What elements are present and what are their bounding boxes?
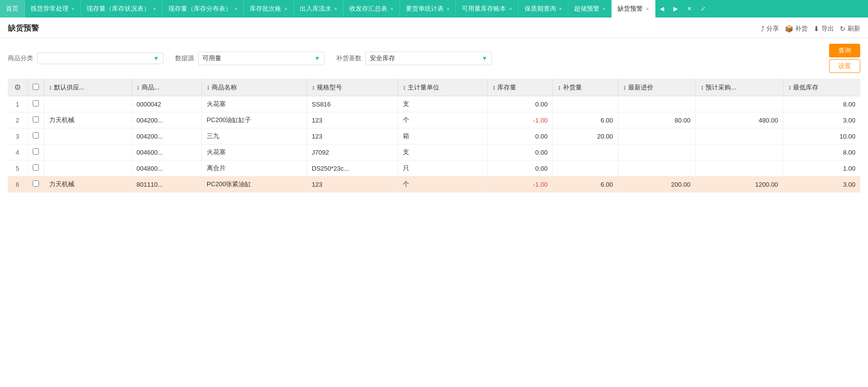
row-checkbox[interactable]	[33, 132, 39, 139]
row-supplier	[44, 128, 131, 144]
tab-prev-btn[interactable]: ◀	[655, 0, 669, 18]
col-unit[interactable]: ↕ 主计量单位	[398, 79, 487, 96]
tab-overstock-close[interactable]: ×	[602, 6, 605, 12]
row-replenish: 6.00	[553, 112, 618, 128]
row-checkbox-cell[interactable]	[27, 112, 44, 128]
row-checkbox[interactable]	[33, 116, 39, 123]
tab-batch-account[interactable]: 库存批次账 ×	[244, 0, 293, 18]
datasource-select[interactable]: 可用量 ▼	[198, 52, 325, 65]
row-name: 三九	[201, 128, 307, 144]
row-checkbox[interactable]	[33, 148, 39, 155]
row-checkbox-cell[interactable]	[27, 96, 44, 112]
row-stock: 0.00	[488, 96, 553, 112]
row-est-purchase: 1200.00	[696, 176, 783, 193]
datasource-select-value: 可用量	[202, 54, 221, 63]
tab-order-stats-close[interactable]: ×	[447, 6, 450, 12]
col-code[interactable]: ↕ 商品...	[131, 79, 201, 96]
row-checkbox-cell[interactable]	[27, 144, 44, 160]
tab-inventory-dist[interactable]: 现存量（库存分布表） ×	[163, 0, 244, 18]
tab-available-ledger[interactable]: 可用量库存账本 ×	[456, 0, 518, 18]
tab-inventory-status[interactable]: 现存量（库存状况表） ×	[81, 0, 162, 18]
row-checkbox-cell[interactable]	[27, 128, 44, 144]
col-min-stock[interactable]: ↕ 最低库存	[783, 79, 860, 96]
tab-inout-flow-close[interactable]: ×	[334, 6, 337, 12]
tab-shortage-close[interactable]: ×	[646, 6, 649, 12]
row-replenish	[553, 96, 618, 112]
row-stock: -1.00	[488, 112, 553, 128]
replenish-base-select[interactable]: 安全库存 ▼	[365, 52, 492, 65]
row-checkbox[interactable]	[33, 100, 39, 106]
replenish-base-filter-group: 补货基数 安全库存 ▼	[336, 52, 492, 65]
tab-batch-account-close[interactable]: ×	[284, 6, 287, 12]
replenish-base-label: 补货基数	[336, 54, 362, 63]
tab-order-stats[interactable]: 要货单统计表 ×	[400, 0, 456, 18]
row-checkbox[interactable]	[33, 164, 39, 171]
tab-exception-close[interactable]: ×	[72, 6, 74, 12]
row-unit: 支	[398, 144, 487, 160]
datasource-dropdown-icon: ▼	[314, 55, 320, 62]
tab-close-all-btn[interactable]: ✕	[683, 0, 696, 18]
col-stock[interactable]: ↕ 库存量	[488, 79, 553, 96]
row-checkbox[interactable]	[33, 180, 39, 187]
tab-inventory-status-close[interactable]: ×	[153, 6, 156, 12]
col-name[interactable]: ↕ 商品名称	[201, 79, 307, 96]
column-settings-icon[interactable]: ⚙	[14, 83, 21, 91]
export-icon: ⬇	[814, 25, 819, 33]
table-row: 1 0000042 火花塞 SS816 支 0.00 8.00	[8, 96, 860, 112]
col-latest-price[interactable]: ↕ 最新进价	[618, 79, 695, 96]
row-latest-price	[618, 96, 695, 112]
row-est-purchase: 480.00	[696, 112, 783, 128]
row-est-purchase	[696, 96, 783, 112]
row-stock: 0.00	[488, 144, 553, 160]
select-all-checkbox[interactable]	[33, 84, 39, 90]
category-select[interactable]: ▼	[37, 53, 163, 64]
table-body: 1 0000042 火花塞 SS816 支 0.00 8.00 2 力天机械 0…	[8, 96, 860, 193]
tab-available-ledger-close[interactable]: ×	[509, 6, 512, 12]
col-checkbox	[27, 79, 44, 96]
col-gear[interactable]: ⚙	[8, 79, 27, 96]
replenish-button[interactable]: 📦 补货	[785, 24, 808, 33]
col-supplier[interactable]: ↕ 默认供应...	[44, 79, 131, 96]
export-button[interactable]: ⬇ 导出	[814, 24, 834, 33]
row-spec: DS250*23c...	[307, 160, 398, 176]
row-code: 004200...	[131, 128, 201, 144]
tab-expand-btn[interactable]: ⤢	[696, 0, 710, 18]
row-min-stock: 3.00	[783, 176, 860, 193]
tab-next-btn[interactable]: ▶	[669, 0, 683, 18]
row-index: 4	[8, 144, 27, 160]
row-min-stock: 10.00	[783, 128, 860, 144]
tab-shortage[interactable]: 缺货预警 ×	[612, 0, 655, 18]
row-code: 004800...	[131, 160, 201, 176]
tab-expiry-query-close[interactable]: ×	[559, 6, 562, 12]
row-checkbox-cell[interactable]	[27, 160, 44, 176]
category-label: 商品分类	[8, 54, 33, 63]
query-button[interactable]: 查询	[829, 44, 860, 57]
row-unit: 个	[398, 112, 487, 128]
row-min-stock: 1.00	[783, 160, 860, 176]
filter-actions: 查询 设置	[829, 44, 860, 73]
tab-home[interactable]: 首页	[0, 0, 25, 18]
row-est-purchase	[696, 144, 783, 160]
tab-inventory-dist-close[interactable]: ×	[235, 6, 237, 12]
category-filter-group: 商品分类 ▼	[8, 53, 163, 64]
tab-receive-summary-close[interactable]: ×	[390, 6, 393, 12]
row-checkbox-cell[interactable]	[27, 176, 44, 193]
col-est-purchase[interactable]: ↕ 预计采购...	[696, 79, 783, 96]
share-button[interactable]: ⤴ 分享	[761, 24, 779, 33]
row-stock: -1.00	[488, 176, 553, 193]
row-name: 离合片	[201, 160, 307, 176]
row-index: 3	[8, 128, 27, 144]
table-row: 4 004600... 火花塞 J7092 支 0.00 8.00	[8, 144, 860, 160]
tab-overstock[interactable]: 超储预警 ×	[568, 0, 612, 18]
settings-button[interactable]: 设置	[829, 59, 860, 73]
tab-inout-flow[interactable]: 出入库流水 ×	[294, 0, 344, 18]
table-row: 5 004800... 离合片 DS250*23c... 只 0.00 1.00	[8, 160, 860, 176]
tab-exception[interactable]: 拣货异常处理 ×	[25, 0, 81, 18]
tab-receive-summary[interactable]: 收发存汇总表 ×	[344, 0, 399, 18]
tab-expiry-query[interactable]: 保质期查询 ×	[519, 0, 568, 18]
refresh-button[interactable]: ↻ 刷新	[840, 24, 860, 33]
col-spec[interactable]: ↕ 规格型号	[307, 79, 398, 96]
col-replenish[interactable]: ↕ 补货量	[553, 79, 618, 96]
row-latest-price	[618, 144, 695, 160]
row-replenish: 20.00	[553, 128, 618, 144]
